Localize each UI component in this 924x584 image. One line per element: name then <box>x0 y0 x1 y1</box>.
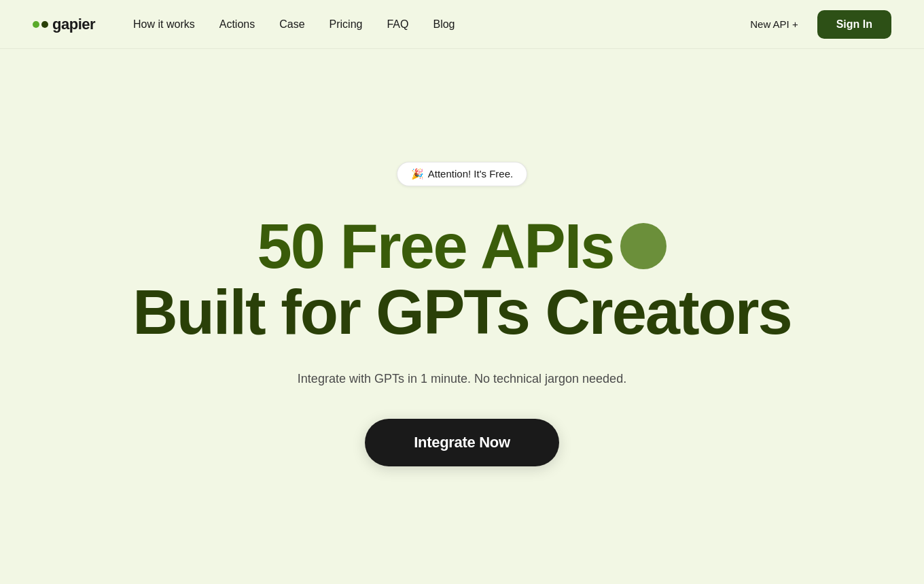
navbar: gapier How it works Actions Case Pricing… <box>0 0 924 49</box>
new-api-button[interactable]: New API + <box>742 13 806 35</box>
hero-headline-line2: Built for GPTs Creators <box>132 279 792 345</box>
hero-description: Integrate with GPTs in 1 minute. No tech… <box>298 372 626 386</box>
nav-faq[interactable]: FAQ <box>376 13 419 35</box>
nav-case[interactable]: Case <box>268 13 315 35</box>
logo-dot-green <box>33 21 39 28</box>
nav-pricing[interactable]: Pricing <box>319 13 374 35</box>
logo[interactable]: gapier <box>33 16 95 33</box>
nav-links: How it works Actions Case Pricing FAQ Bl… <box>122 18 465 31</box>
attention-badge: 🎉 Attention! It's Free. <box>397 162 527 186</box>
logo-dot-dark <box>41 21 48 28</box>
nav-right: New API + Sign In <box>742 10 891 39</box>
hero-headline-line1: 50 Free APIs <box>257 213 667 279</box>
nav-blog[interactable]: Blog <box>422 13 465 35</box>
logo-text: gapier <box>52 16 95 33</box>
nav-actions[interactable]: Actions <box>209 13 266 35</box>
hero-section: 🎉 Attention! It's Free. 50 Free APIs Bui… <box>0 49 924 566</box>
integrate-now-button[interactable]: Integrate Now <box>365 419 559 466</box>
nav-how-it-works[interactable]: How it works <box>122 13 206 35</box>
green-dot-icon <box>620 223 667 269</box>
badge-text: Attention! It's Free. <box>428 168 513 179</box>
badge-emoji: 🎉 <box>411 168 424 180</box>
logo-icon <box>33 21 48 28</box>
sign-in-button[interactable]: Sign In <box>817 10 891 39</box>
